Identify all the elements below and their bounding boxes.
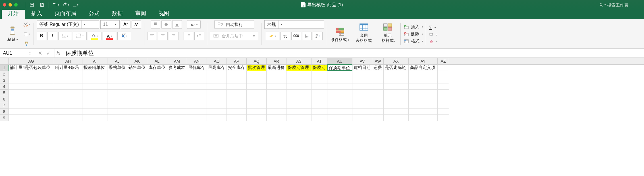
fx-label[interactable]: fx <box>55 49 64 58</box>
cell[interactable] <box>352 77 372 83</box>
column-header[interactable]: AY <box>409 58 438 64</box>
cell[interactable]: 最高库存 <box>207 65 227 71</box>
column-header[interactable]: AQ <box>247 58 267 64</box>
cell[interactable] <box>54 90 82 96</box>
cell[interactable] <box>352 96 372 102</box>
cell[interactable] <box>438 96 449 102</box>
cell[interactable] <box>107 71 127 77</box>
cell[interactable]: 是否走冻链 <box>384 65 409 71</box>
cell[interactable] <box>9 102 54 109</box>
cell[interactable]: 批次管理 <box>247 65 267 71</box>
cell[interactable] <box>311 102 327 109</box>
cell[interactable] <box>147 109 167 115</box>
cell[interactable] <box>147 77 167 83</box>
cell[interactable] <box>247 71 267 77</box>
italic-button[interactable]: I <box>47 32 57 40</box>
column-header[interactable]: AN <box>187 58 207 64</box>
cell[interactable]: 保质期单位 <box>327 65 352 71</box>
maximize-window-button[interactable] <box>14 3 18 7</box>
cell[interactable] <box>352 90 372 96</box>
cell[interactable] <box>352 71 372 77</box>
increase-indent-button[interactable] <box>194 32 204 40</box>
cell[interactable] <box>207 109 227 115</box>
cell[interactable] <box>247 90 267 96</box>
cell[interactable] <box>286 102 311 109</box>
format-cells-button[interactable]: 格式▾ <box>404 38 423 44</box>
cell[interactable] <box>327 109 352 115</box>
cell[interactable] <box>187 109 207 115</box>
cell[interactable] <box>247 96 267 102</box>
column-header[interactable]: AV <box>352 58 372 64</box>
increase-font-button[interactable]: A▴ <box>121 20 130 29</box>
cell[interactable] <box>384 115 409 121</box>
cell[interactable] <box>187 77 207 83</box>
search-input[interactable] <box>607 3 641 7</box>
cell[interactable] <box>54 109 82 115</box>
cell[interactable] <box>327 96 352 102</box>
row-header[interactable]: 7 <box>0 102 9 109</box>
cell[interactable] <box>147 96 167 102</box>
spreadsheet-grid[interactable]: AGAHAIAJAKALAMANAOAPAQARASATAUAVAWAXAYAZ… <box>0 58 644 121</box>
cell[interactable] <box>227 109 247 115</box>
cell[interactable]: 商品自定义项 <box>409 65 438 71</box>
merge-center-button[interactable]: 合并后居中 ▾ <box>210 32 258 40</box>
cell[interactable]: 库存单位 <box>147 65 167 71</box>
cell[interactable] <box>286 115 311 121</box>
column-header[interactable]: AZ <box>438 58 449 64</box>
cell[interactable] <box>227 102 247 109</box>
cell[interactable]: 最低库存 <box>187 65 207 71</box>
cell[interactable] <box>384 77 409 83</box>
cell[interactable] <box>267 115 286 121</box>
format-painter-button[interactable] <box>22 40 31 47</box>
cell[interactable] <box>227 115 247 121</box>
cell[interactable] <box>311 115 327 121</box>
cell[interactable] <box>82 102 107 109</box>
cell[interactable] <box>127 96 147 102</box>
clear-button[interactable]: ▾ <box>429 39 437 44</box>
decrease-decimal-button[interactable]: .00.0 <box>313 32 323 40</box>
cell[interactable] <box>227 90 247 96</box>
increase-decimal-button[interactable]: .0.00 <box>302 32 312 40</box>
cell[interactable] <box>372 83 384 90</box>
cell[interactable] <box>352 102 372 109</box>
cell[interactable] <box>82 109 107 115</box>
cell[interactable] <box>187 102 207 109</box>
cell[interactable] <box>167 102 187 109</box>
cell[interactable]: 辅计量4是否包装单位 <box>9 65 54 71</box>
column-header[interactable]: AM <box>167 58 187 64</box>
cell[interactable] <box>409 90 438 96</box>
cell[interactable] <box>311 71 327 77</box>
row-header[interactable]: 3 <box>0 77 9 83</box>
cell[interactable] <box>147 71 167 77</box>
cell[interactable] <box>267 71 286 77</box>
cell[interactable] <box>327 77 352 83</box>
decrease-font-button[interactable]: A▾ <box>132 20 141 29</box>
cell[interactable] <box>247 83 267 90</box>
qat-customize-button[interactable]: ⎽▾ <box>72 1 80 9</box>
cell[interactable] <box>9 109 54 115</box>
cell[interactable] <box>127 115 147 121</box>
cell[interactable] <box>167 115 187 121</box>
cell[interactable] <box>147 115 167 121</box>
cell[interactable]: 报表辅单位 <box>82 65 107 71</box>
cell[interactable] <box>82 83 107 90</box>
cell[interactable]: 保质期 <box>311 65 327 71</box>
cell[interactable] <box>227 83 247 90</box>
align-left-button[interactable] <box>147 32 157 40</box>
cell[interactable] <box>227 96 247 102</box>
cell[interactable] <box>311 77 327 83</box>
cell[interactable] <box>247 115 267 121</box>
cell[interactable] <box>352 109 372 115</box>
column-header[interactable]: AR <box>267 58 286 64</box>
decrease-indent-button[interactable] <box>184 32 193 40</box>
copy-button[interactable]: ▾ <box>22 31 31 38</box>
cell[interactable] <box>286 96 311 102</box>
cell[interactable] <box>384 96 409 102</box>
cell[interactable] <box>9 83 54 90</box>
undo-button[interactable]: ▾ <box>51 1 60 9</box>
cell[interactable] <box>384 83 409 90</box>
conditional-formatting-button[interactable]: ≠ 条件格式▾ <box>330 26 350 42</box>
insert-cells-button[interactable]: 插入▾ <box>404 24 423 30</box>
column-header[interactable]: AJ <box>107 58 127 64</box>
cell[interactable] <box>127 77 147 83</box>
